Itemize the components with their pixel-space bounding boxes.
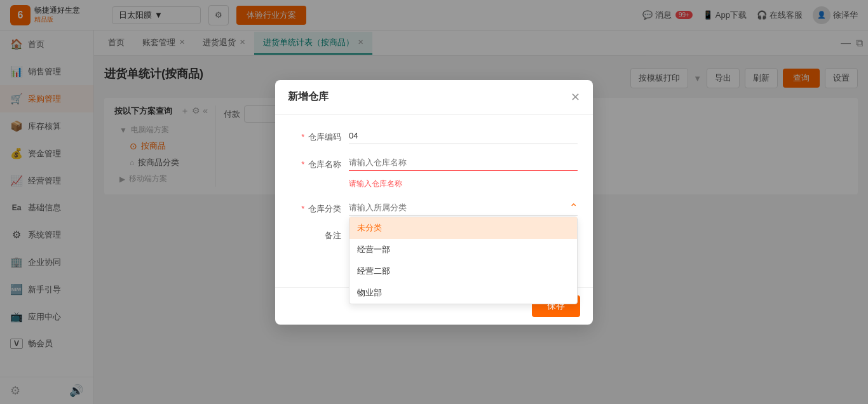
category-input[interactable] [349, 199, 569, 215]
notes-label: 备注 [290, 226, 341, 241]
category-select-wrap: ⌃ 未分类 经营一部 经营二部 物业部 [349, 199, 578, 216]
modal-overlay: 新增仓库 ✕ * 仓库编码 * 仓库名称 [0, 0, 868, 404]
required-star: * [301, 159, 304, 169]
dropdown-item-dept1[interactable]: 经营一部 [349, 239, 577, 260]
modal-body: * 仓库编码 * 仓库名称 请输入仓库名称 [275, 115, 593, 287]
code-input[interactable] [349, 128, 578, 144]
name-field-wrap [349, 154, 578, 171]
category-dropdown: 未分类 经营一部 经营二部 物业部 [349, 217, 578, 304]
modal-header: 新增仓库 ✕ [275, 80, 593, 115]
modal: 新增仓库 ✕ * 仓库编码 * 仓库名称 [275, 80, 593, 325]
code-row: * 仓库编码 [290, 128, 578, 144]
dropdown-item-none[interactable]: 未分类 [349, 217, 577, 239]
dropdown-item-property[interactable]: 物业部 [349, 282, 577, 304]
category-label: * 仓库分类 [290, 199, 341, 215]
required-star: * [301, 204, 304, 213]
required-star: * [301, 132, 304, 142]
category-row: * 仓库分类 ⌃ 未分类 经营一部 经营二部 [290, 199, 578, 216]
close-icon[interactable]: ✕ [571, 90, 580, 104]
name-input[interactable] [349, 154, 578, 171]
code-label: * 仓库编码 [290, 128, 341, 143]
name-label: * 仓库名称 [290, 155, 341, 170]
modal-title: 新增仓库 [288, 90, 329, 104]
name-row: * 仓库名称 请输入仓库名称 [290, 154, 578, 189]
dropdown-item-dept2[interactable]: 经营二部 [349, 260, 577, 282]
name-error-msg: 请输入仓库名称 [349, 179, 402, 188]
chevron-up-icon[interactable]: ⌃ [569, 201, 578, 213]
